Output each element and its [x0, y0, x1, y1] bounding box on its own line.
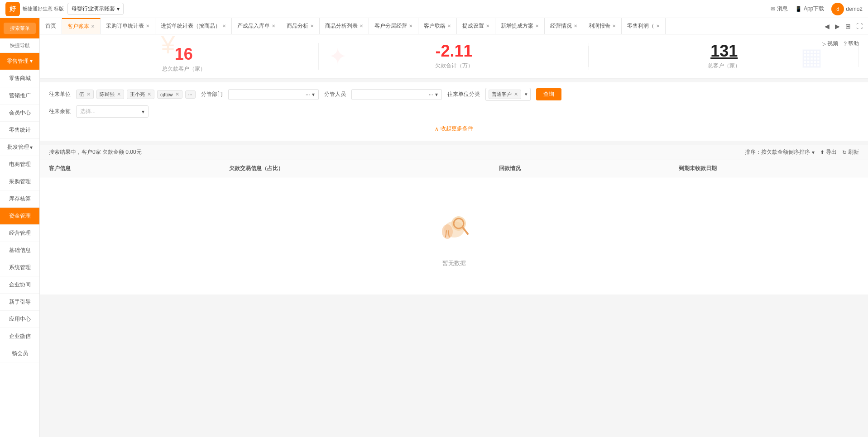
tab-mention-settings[interactable]: 提成设置 ✕ — [457, 18, 495, 34]
tag-close-wang[interactable]: ✕ — [147, 91, 151, 97]
refresh-icon: ↻ — [842, 149, 847, 156]
workspace-selector[interactable]: 母婴行业演示账套 ▾ — [67, 3, 124, 15]
sidebar-item-enterprise-wechat[interactable]: 企业微信 — [0, 328, 39, 345]
dept-select[interactable]: ··· ▾ — [228, 89, 319, 100]
sidebar-item-inventory[interactable]: 库存核算 — [0, 190, 39, 208]
tab-customer-contact[interactable]: 客户联络 ✕ — [418, 18, 457, 34]
tab-close-icon[interactable]: ✕ — [574, 24, 577, 28]
tab-purchase-order[interactable]: 采购订单统计表 ✕ — [101, 18, 155, 34]
tab-retail-profit[interactable]: 零售利润（ ✕ — [622, 18, 666, 34]
search-btn[interactable]: 查询 — [536, 88, 561, 100]
sidebar-item-operations[interactable]: 经营管理 — [0, 225, 39, 242]
results-bar: 搜索结果中，客户0家 欠款金额 0.00元 排序：按欠款金额倒序排序 ▾ ⬆ 导… — [40, 145, 868, 160]
tab-label: 零售利润（ — [627, 22, 654, 30]
sidebar-item-wholesale[interactable]: 批发管理 ▾ — [0, 139, 39, 156]
empty-text: 暂无数据 — [442, 259, 466, 267]
dept-label: 分管部门 — [201, 90, 223, 98]
tab-close-icon[interactable]: ✕ — [612, 24, 616, 28]
sidebar-item-basic-info[interactable]: 基础信息 — [0, 242, 39, 259]
stat2-value: -2.11 — [328, 43, 580, 59]
sidebar-item-purchase[interactable]: 采购管理 — [0, 173, 39, 190]
category-input[interactable]: 普通客户 ✕ ▾ — [485, 88, 531, 101]
quick-nav-btn[interactable]: 快捷导航 — [0, 38, 39, 53]
tab-close-icon[interactable]: ✕ — [447, 24, 451, 28]
tab-close-icon[interactable]: ✕ — [310, 24, 314, 28]
sort-selector[interactable]: 排序：按欠款金额倒序排序 ▾ — [745, 148, 815, 156]
export-icon: ⬆ — [820, 149, 825, 156]
tab-label: 商品分析列表 — [325, 22, 358, 30]
tab-close-icon[interactable]: ✕ — [656, 24, 660, 28]
tab-controls: ◀ ▶ ⊞ ⛶ — [819, 22, 868, 31]
sidebar-item-app-center[interactable]: 应用中心 — [0, 311, 39, 328]
tab-close-icon[interactable]: ✕ — [91, 24, 95, 29]
sidebar-item-retail-mall[interactable]: 零售商城 — [0, 70, 39, 87]
tab-business-status[interactable]: 经营情况 ✕ — [545, 18, 583, 34]
tab-close-icon[interactable]: ✕ — [272, 24, 275, 28]
tab-next-btn[interactable]: ▶ — [833, 22, 842, 31]
sidebar-item-new-guide[interactable]: 新手引导 — [0, 294, 39, 311]
message-btn[interactable]: ✉ 消息 — [771, 5, 788, 13]
sidebar-item-label: 会员中心 — [9, 109, 31, 116]
refresh-btn[interactable]: ↻ 刷新 — [842, 148, 859, 156]
balance-select[interactable]: 选择... ▾ — [76, 105, 149, 118]
tab-incoming-stats[interactable]: 进货单统计表（按商品） ✕ — [155, 18, 232, 34]
filter-tags: 伍 ✕ 陈民强 ✕ 王小亮 ✕ cjttcw ✕ — [76, 90, 196, 99]
help-btn[interactable]: ? 帮助 — [844, 40, 859, 48]
tag-close-chen[interactable]: ✕ — [117, 91, 121, 97]
tag-close-cjttcw[interactable]: ✕ — [175, 91, 179, 97]
sidebar-item-retail-stats[interactable]: 零售统计 — [0, 122, 39, 139]
sidebar-item-capital[interactable]: 资金管理 — [0, 208, 39, 225]
tab-goods-analysis[interactable]: 商品分析 ✕ — [281, 18, 320, 34]
app-download-btn[interactable]: 📱 App下载 — [795, 5, 824, 13]
sidebar-item-marketing[interactable]: 营销推广 — [0, 87, 39, 104]
tab-profit-report[interactable]: 利润报告 ✕ — [583, 18, 622, 34]
person-select[interactable]: ··· ▾ — [351, 89, 442, 100]
tab-close-icon[interactable]: ✕ — [360, 24, 363, 28]
video-btn[interactable]: ▷ 视频 — [822, 40, 838, 48]
stat1-bg-icon: ¥ — [161, 34, 175, 59]
sidebar-item-label: 企业协同 — [9, 281, 31, 288]
tab-product-entry[interactable]: 产成品入库单 ✕ — [232, 18, 281, 34]
tab-close-icon[interactable]: ✕ — [409, 24, 412, 28]
sidebar-item-vip[interactable]: 畅会员 — [0, 345, 39, 362]
stat2-label: 欠款合计（万） — [328, 62, 580, 70]
filter-tag-wu: 伍 ✕ — [76, 90, 94, 99]
tab-close-icon[interactable]: ✕ — [222, 24, 226, 28]
sidebar-item-label: 批发管理 — [7, 143, 29, 151]
tab-goods-list[interactable]: 商品分析列表 ✕ — [320, 18, 369, 34]
stat2-bg-icon: ✦ — [328, 43, 347, 70]
tab-close-icon[interactable]: ✕ — [486, 24, 489, 28]
tab-new-mention[interactable]: 新增提成方案 ✕ — [495, 18, 545, 34]
user-menu[interactable]: d demo2 — [831, 3, 863, 15]
sidebar-item-member[interactable]: 会员中心 — [0, 104, 39, 122]
search-menu-btn[interactable]: 搜索菜单 — [4, 23, 36, 34]
tab-expand-btn[interactable]: ⊞ — [844, 22, 853, 31]
filter-area: 往来单位 伍 ✕ 陈民强 ✕ 王小亮 ✕ — [40, 82, 868, 141]
tab-close-icon[interactable]: ✕ — [535, 24, 539, 28]
tab-customer-accounts[interactable]: 客户账本 ✕ — [62, 18, 101, 34]
col-header-repayment: 回款情况 — [499, 165, 679, 172]
person-label: 分管人员 — [324, 90, 346, 98]
tab-customer-tier[interactable]: 客户分层经营 ✕ — [369, 18, 418, 34]
sidebar-search-area: 搜索菜单 — [0, 18, 39, 38]
tab-label: 客户账本 — [67, 23, 89, 30]
tab-close-icon[interactable]: ✕ — [146, 24, 149, 28]
tag-close-normal[interactable]: ✕ — [514, 91, 518, 97]
tab-label: 客户联络 — [424, 22, 446, 30]
tab-label: 采购订单统计表 — [106, 22, 144, 30]
chevron-icon: ▾ — [30, 144, 33, 151]
tab-prev-btn[interactable]: ◀ — [823, 22, 831, 31]
filter-row-1: 往来单位 伍 ✕ 陈民强 ✕ 王小亮 ✕ — [49, 88, 859, 101]
sidebar-item-retail-mgmt[interactable]: 零售管理 ▾ — [0, 53, 39, 70]
collapse-btn[interactable]: ∧ 收起更多条件 — [49, 122, 859, 135]
export-btn[interactable]: ⬆ 导出 — [820, 148, 837, 156]
tag-close-wu[interactable]: ✕ — [86, 91, 91, 97]
col-header-debt: 欠款交易信息（占比） — [229, 165, 499, 172]
tab-home[interactable]: 首页 — [40, 18, 62, 34]
sidebar-item-enterprise-collab[interactable]: 企业协同 — [0, 276, 39, 294]
filter-more-btn[interactable]: ··· — [185, 90, 196, 99]
sidebar-item-ecommerce[interactable]: 电商管理 — [0, 156, 39, 173]
sidebar-item-label: 新手引导 — [9, 299, 31, 305]
sidebar-item-sys-mgmt[interactable]: 系统管理 — [0, 259, 39, 276]
tab-fullscreen-btn[interactable]: ⛶ — [854, 22, 864, 31]
